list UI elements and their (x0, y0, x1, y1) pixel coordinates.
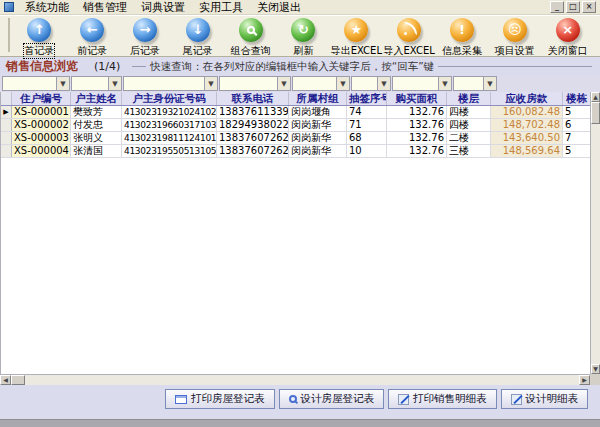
menu-utilities[interactable]: 实用工具 (192, 0, 250, 16)
cell-village: 闵岗新华 (289, 132, 347, 144)
table-row[interactable]: XS-000003 张明义 413023198111241019 1383760… (1, 132, 590, 145)
col-village[interactable]: 所属村组 (289, 92, 347, 105)
cell-lot-number: 68 (347, 132, 387, 144)
print-house-register-button[interactable]: 打印房屋登记表 (165, 389, 275, 409)
menu-sales-management[interactable]: 销售管理 (76, 0, 134, 16)
cell-amount: 148,569.64 (491, 145, 563, 157)
import-excel-button[interactable]: 导入EXCEL (383, 18, 436, 58)
caption-rule-left (132, 66, 146, 67)
col-house-id[interactable]: 住户编号 (12, 92, 71, 105)
combo-search-button[interactable]: 组合查询 (224, 18, 277, 58)
menu-close-exit[interactable]: 关闭退出 (250, 0, 308, 16)
chevron-down-icon[interactable]: ▼ (204, 77, 217, 90)
menu-bar: 系统功能 销售管理 词典设置 实用工具 关闭退出 _ □ × (0, 0, 600, 15)
horizontal-scroll-track[interactable] (25, 375, 579, 385)
cell-owner-name: 张明义 (71, 132, 122, 144)
close-window-icon: × (556, 18, 580, 42)
last-record-button[interactable]: ↓ 尾记录 (171, 18, 224, 58)
col-building[interactable]: 楼栋 (563, 92, 591, 105)
col-amount[interactable]: 应收房款 (491, 92, 563, 105)
system-menu-icon[interactable] (4, 2, 14, 12)
cell-phone: 13837611339 (217, 106, 289, 118)
chevron-down-icon[interactable]: ▼ (438, 77, 451, 90)
cell-house-id: XS-000001 (12, 106, 71, 118)
info-collect-icon: ! (450, 18, 474, 42)
project-settings-icon: ☹ (503, 18, 527, 42)
next-record-icon: → (133, 18, 157, 42)
row-indicator (1, 145, 12, 157)
info-collect-button[interactable]: ! 信息采集 (436, 18, 489, 58)
menu-system-functions[interactable]: 系统功能 (18, 0, 76, 16)
refresh-button[interactable]: ↻ 刷新 (277, 18, 330, 58)
menu-dictionary-settings[interactable]: 词典设置 (134, 0, 192, 16)
chevron-down-icon[interactable]: ▼ (108, 77, 121, 90)
chevron-down-icon[interactable]: ▼ (336, 77, 349, 90)
cell-owner-name: 樊致芳 (71, 106, 122, 118)
filter-row: ▼ ▼ ▼ ▼ ▼ ▼ ▼ ▼ (0, 76, 600, 92)
design-house-register-label: 设计房屋登记表 (301, 392, 375, 406)
cell-id-card: 413023198111241019 (122, 132, 217, 144)
caption-rule-right (438, 66, 592, 67)
print-sales-detail-button[interactable]: 打印销售明细表 (388, 389, 497, 409)
filter-combo-id-card[interactable]: ▼ (123, 76, 218, 91)
design-house-register-button[interactable]: 设计房屋登记表 (279, 389, 385, 409)
cell-amount: 160,082.48 (491, 106, 563, 118)
first-record-icon: ↑ (27, 18, 51, 42)
prev-record-button[interactable]: ← 前记录 (66, 18, 119, 58)
close-button[interactable]: × (582, 1, 596, 13)
cell-amount: 143,640.50 (491, 132, 563, 144)
grid-header-row: 住户编号 户主姓名 户主身份证号码 联系电话 所属村组 抽签序号 购买面积 楼层… (1, 92, 590, 106)
table-row[interactable]: ▶ XS-000001 樊致芳 41302319321024102X 13837… (1, 106, 590, 119)
filter-combo-floor[interactable]: ▼ (453, 76, 497, 91)
application-window: 系统功能 销售管理 词典设置 实用工具 关闭退出 _ □ × ↑ 首记录 ← 前… (0, 0, 600, 427)
vertical-scrollbar[interactable]: ▲ ▼ (590, 92, 600, 374)
table-row[interactable]: XS-000002 付发忠 413023196603171038 1829493… (1, 119, 590, 132)
record-counter: (1/4) (94, 60, 120, 73)
vertical-scroll-track[interactable] (591, 124, 600, 364)
export-excel-button[interactable]: ★ 导出EXCEL (330, 18, 383, 58)
vertical-scroll-thumb[interactable] (591, 102, 600, 124)
scroll-right-icon[interactable]: ▶ (579, 375, 590, 385)
filter-combo-village[interactable]: ▼ (292, 76, 350, 91)
chevron-down-icon[interactable]: ▼ (277, 77, 290, 90)
restore-button[interactable]: □ (566, 1, 580, 13)
table-row[interactable]: XS-000004 张清国 413023195505131054 1383760… (1, 145, 590, 158)
print-house-register-label: 打印房屋登记表 (191, 392, 265, 406)
next-record-button[interactable]: → 后记录 (119, 18, 172, 58)
horizontal-scrollbar[interactable]: ◀ ▶ (0, 374, 590, 385)
design-detail-label: 设计明细表 (526, 392, 579, 406)
cell-area: 132.76 (387, 132, 447, 144)
filter-combo-owner-name[interactable]: ▼ (71, 76, 122, 91)
filter-combo-house-id[interactable]: ▼ (2, 76, 70, 91)
close-window-button[interactable]: × 关闭窗口 (541, 18, 594, 58)
filter-combo-area[interactable]: ▼ (392, 76, 452, 91)
print-sales-detail-icon (398, 394, 409, 405)
col-floor[interactable]: 楼层 (447, 92, 491, 105)
prev-record-icon: ← (80, 18, 104, 42)
col-lot-number[interactable]: 抽签序号 (347, 92, 387, 105)
scroll-up-icon[interactable]: ▲ (591, 92, 600, 102)
chevron-down-icon[interactable]: ▼ (56, 77, 69, 90)
cell-lot-number: 10 (347, 145, 387, 157)
filter-combo-lot-number[interactable]: ▼ (351, 76, 391, 91)
col-area[interactable]: 购买面积 (387, 92, 447, 105)
project-settings-button[interactable]: ☹ 项目设置 (488, 18, 541, 58)
filter-combo-phone[interactable]: ▼ (219, 76, 291, 91)
scroll-left-icon[interactable]: ◀ (0, 375, 11, 385)
col-owner-name[interactable]: 户主姓名 (71, 92, 122, 105)
scroll-down-icon[interactable]: ▼ (591, 364, 600, 374)
cell-village: 闵岗堰角 (289, 106, 347, 118)
minimize-button[interactable]: _ (550, 1, 564, 13)
current-row-marker: ▶ (1, 106, 12, 118)
col-id-card[interactable]: 户主身份证号码 (122, 92, 217, 105)
design-detail-button[interactable]: 设计明细表 (501, 389, 589, 409)
import-excel-label: 导入EXCEL (383, 44, 434, 58)
chevron-down-icon[interactable]: ▼ (377, 77, 390, 90)
scrollbar-corner (590, 374, 600, 385)
col-phone[interactable]: 联系电话 (217, 92, 289, 105)
chevron-down-icon[interactable]: ▼ (483, 77, 496, 90)
cell-area: 132.76 (387, 119, 447, 131)
cell-amount: 148,702.48 (491, 119, 563, 131)
horizontal-scroll-thumb[interactable] (11, 375, 25, 385)
first-record-button[interactable]: ↑ 首记录 (13, 18, 66, 58)
